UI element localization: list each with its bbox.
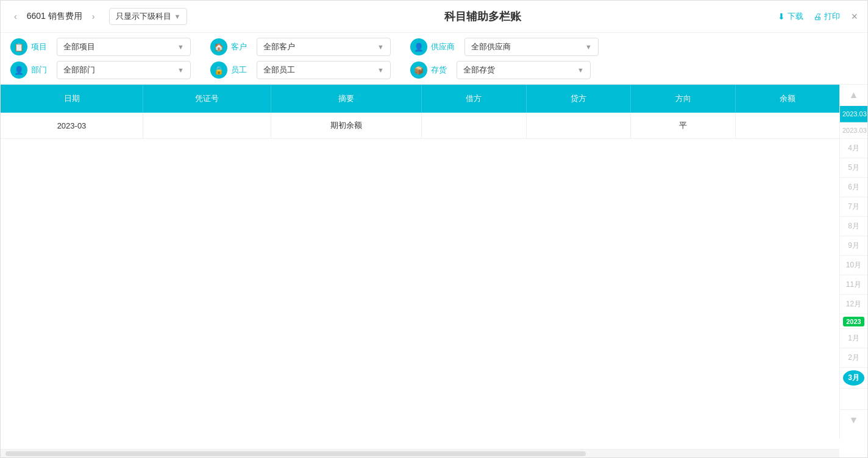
col-credit: 贷方 bbox=[526, 85, 631, 113]
sidebar-item-2023-03-first[interactable]: 2023.03 bbox=[840, 106, 867, 122]
employee-arrow: ▼ bbox=[377, 66, 384, 74]
sidebar-item-11[interactable]: 11月 bbox=[840, 275, 867, 295]
customer-label: 客户 bbox=[231, 41, 247, 52]
inventory-arrow: ▼ bbox=[577, 66, 584, 74]
filter-item-dept: 👤 部门 bbox=[10, 62, 47, 79]
prev-nav-button[interactable]: ‹ bbox=[10, 10, 21, 23]
cell-balance bbox=[736, 113, 839, 139]
sidebar-year-badge: 2023 bbox=[840, 314, 867, 329]
dept-label: 部门 bbox=[31, 65, 47, 76]
content-area: 日期 凭证号 摘要 借方 贷方 方向 余额 2023-03 期初余额 bbox=[1, 85, 839, 439]
sidebar-item-2[interactable]: 2月 bbox=[840, 348, 867, 368]
cell-credit bbox=[526, 113, 631, 139]
dept-select[interactable]: 全部部门 ▼ bbox=[57, 61, 191, 79]
filter-item-employee: 🔒 员工 bbox=[210, 62, 247, 79]
inventory-select[interactable]: 全部存货 ▼ bbox=[457, 61, 591, 79]
employee-icon: 🔒 bbox=[210, 62, 227, 79]
supplier-arrow: ▼ bbox=[585, 43, 592, 51]
cell-summary: 期初余额 bbox=[271, 113, 421, 139]
supplier-icon: 👤 bbox=[410, 38, 427, 55]
sidebar-item-1[interactable]: 1月 bbox=[840, 329, 867, 348]
filter-item-supplier: 👤 供应商 bbox=[410, 38, 455, 55]
filter-only-sub[interactable]: 只显示下级科目 ▼ bbox=[109, 8, 187, 25]
filter-item-project: 📋 项目 bbox=[10, 38, 47, 55]
next-nav-button[interactable]: › bbox=[88, 10, 99, 23]
download-button[interactable]: ⬇ 下载 bbox=[778, 11, 803, 22]
sidebar-up-button[interactable]: ▲ bbox=[840, 85, 867, 106]
sidebar-item-5[interactable]: 5月 bbox=[840, 158, 867, 178]
sidebar-item-10[interactable]: 10月 bbox=[840, 256, 867, 275]
supplier-value: 全部供应商 bbox=[471, 41, 511, 52]
cell-date: 2023-03 bbox=[1, 113, 143, 139]
sidebar-item-4[interactable]: 4月 bbox=[840, 139, 867, 158]
customer-select[interactable]: 全部客户 ▼ bbox=[257, 38, 391, 56]
download-icon: ⬇ bbox=[778, 12, 785, 21]
project-select[interactable]: 全部项目 ▼ bbox=[57, 38, 191, 56]
sidebar-item-9[interactable]: 9月 bbox=[840, 236, 867, 256]
employee-value: 全部员工 bbox=[263, 65, 295, 76]
sidebar-down-button[interactable]: ▼ bbox=[840, 409, 867, 431]
col-balance: 余额 bbox=[736, 85, 839, 113]
project-arrow: ▼ bbox=[177, 43, 184, 51]
customer-icon: 🏠 bbox=[210, 38, 227, 55]
project-icon: 📋 bbox=[10, 38, 27, 55]
filter-only-sub-label: 只显示下级科目 bbox=[116, 11, 171, 22]
employee-select[interactable]: 全部员工 ▼ bbox=[257, 61, 391, 79]
customer-arrow: ▼ bbox=[377, 43, 384, 51]
project-value: 全部项目 bbox=[63, 41, 95, 52]
sidebar-item-12[interactable]: 12月 bbox=[840, 295, 867, 314]
table-row: 2023-03 期初余额 平 bbox=[1, 113, 839, 139]
inventory-icon: 📦 bbox=[410, 62, 427, 79]
filter-only-sub-arrow: ▼ bbox=[174, 13, 180, 20]
employee-label: 员工 bbox=[231, 65, 247, 76]
supplier-select[interactable]: 全部供应商 ▼ bbox=[464, 38, 599, 56]
sidebar-item-2023-03-second[interactable]: 2023.03 bbox=[840, 122, 867, 139]
sidebar-item-6[interactable]: 6月 bbox=[840, 178, 867, 197]
inventory-label: 存货 bbox=[431, 65, 447, 76]
data-table: 日期 凭证号 摘要 借方 贷方 方向 余额 2023-03 期初余额 bbox=[1, 85, 839, 139]
supplier-label: 供应商 bbox=[431, 41, 455, 52]
col-summary: 摘要 bbox=[271, 85, 421, 113]
sidebar-item-8[interactable]: 8月 bbox=[840, 217, 867, 236]
dept-value: 全部部门 bbox=[63, 65, 95, 76]
cell-debit bbox=[421, 113, 526, 139]
cell-direction: 平 bbox=[631, 113, 736, 139]
filter-item-customer: 🏠 客户 bbox=[210, 38, 247, 55]
project-label: 项目 bbox=[31, 41, 47, 52]
inventory-value: 全部存货 bbox=[463, 65, 495, 76]
print-button[interactable]: 🖨 打印 bbox=[813, 11, 840, 22]
sidebar-item-3-current[interactable]: 3月 bbox=[840, 368, 867, 389]
col-voucher: 凭证号 bbox=[143, 85, 271, 113]
col-direction: 方向 bbox=[631, 85, 736, 113]
col-debit: 借方 bbox=[421, 85, 526, 113]
close-button[interactable]: × bbox=[851, 10, 858, 23]
cell-voucher bbox=[143, 113, 271, 139]
right-sidebar: ▲ 2023.03 2023.03 4月 5月 6月 7月 8月 9月 10月 … bbox=[839, 85, 867, 439]
dept-icon: 👤 bbox=[10, 62, 27, 79]
dept-arrow: ▼ bbox=[177, 66, 184, 74]
account-code: 6601 销售费用 bbox=[27, 11, 82, 22]
sidebar-item-7[interactable]: 7月 bbox=[840, 197, 867, 217]
customer-value: 全部客户 bbox=[263, 41, 295, 52]
page-title: 科目辅助多栏账 bbox=[193, 9, 772, 24]
print-icon: 🖨 bbox=[813, 12, 822, 21]
filter-item-inventory: 📦 存货 bbox=[410, 62, 447, 79]
col-date: 日期 bbox=[1, 85, 143, 113]
